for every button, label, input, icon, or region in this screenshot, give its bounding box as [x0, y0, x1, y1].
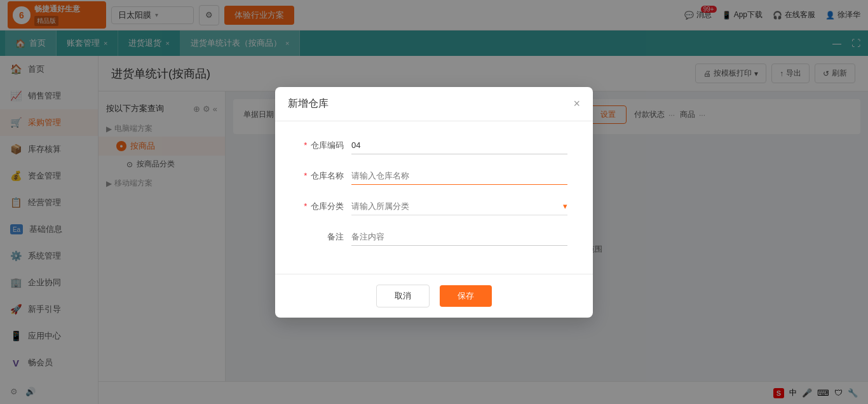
form-row-code: * 仓库编码: [301, 137, 567, 154]
modal-header: 新增仓库 ×: [275, 87, 593, 121]
form-row-name: * 仓库名称: [301, 167, 567, 185]
category-select-row[interactable]: ▾: [351, 198, 567, 215]
code-input[interactable]: [351, 137, 567, 154]
name-label: * 仓库名称: [301, 170, 351, 182]
cancel-button[interactable]: 取消: [376, 285, 430, 307]
dropdown-arrow-icon: ▾: [563, 201, 567, 211]
required-star-name: *: [304, 171, 307, 180]
form-row-category: * 仓库分类 ▾: [301, 198, 567, 215]
modal-close-icon[interactable]: ×: [573, 97, 580, 111]
remark-input[interactable]: [351, 228, 567, 246]
category-input[interactable]: [351, 201, 563, 211]
code-label: * 仓库编码: [301, 140, 351, 151]
form-row-remark: 备注: [301, 228, 567, 246]
warehouse-modal: 新增仓库 × * 仓库编码 * 仓库名称: [275, 87, 593, 318]
required-star-code: *: [304, 140, 307, 150]
category-label: * 仓库分类: [301, 201, 351, 212]
remark-label: 备注: [301, 231, 351, 243]
save-button[interactable]: 保存: [440, 285, 492, 307]
modal-title: 新增仓库: [288, 97, 329, 111]
modal-body: * 仓库编码 * 仓库名称 * 仓库分类: [275, 121, 593, 274]
name-input[interactable]: [351, 167, 567, 185]
modal-overlay[interactable]: 新增仓库 × * 仓库编码 * 仓库名称: [0, 0, 868, 404]
required-star-category: *: [304, 201, 307, 211]
modal-footer: 取消 保存: [275, 274, 593, 318]
